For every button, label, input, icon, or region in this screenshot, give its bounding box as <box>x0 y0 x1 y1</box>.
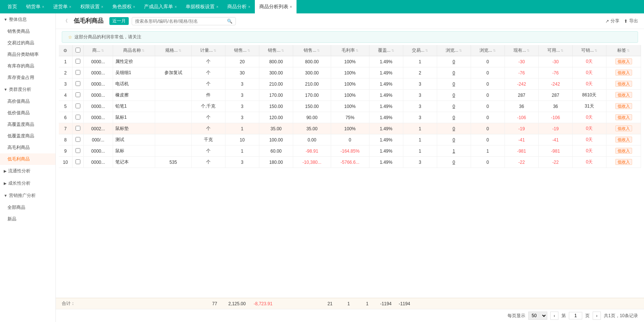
row-check-3[interactable] <box>72 90 83 101</box>
row-checkbox-8[interactable] <box>76 148 80 153</box>
sidebar-item-low-margin[interactable]: 低毛利商品 <box>0 153 55 165</box>
row-checkbox-4[interactable] <box>76 103 80 108</box>
sidebar-group-circulation[interactable]: ▶ 流通性分析 <box>0 165 55 177</box>
row-view2-4: 0 <box>471 101 504 112</box>
row-checkbox-2[interactable] <box>76 81 80 86</box>
sidebar-item-low-value[interactable]: 低价值商品 <box>0 107 55 119</box>
per-page-select[interactable]: 20 50 100 <box>528 312 547 320</box>
row-view1-4[interactable]: 0 <box>437 101 471 112</box>
row-checkbox-7[interactable] <box>76 137 80 142</box>
nav-template-settings[interactable]: 单据模板设置× <box>181 0 223 13</box>
row-current-stock-1: -76 <box>504 67 538 79</box>
row-checkbox-9[interactable] <box>76 159 80 164</box>
row-checkbox-1[interactable] <box>76 70 80 75</box>
row-tag-7: 低收入 <box>606 134 641 146</box>
col-spec[interactable]: 规格...⇅ <box>155 45 191 56</box>
row-view1-3[interactable]: 0 <box>437 90 471 101</box>
col-settings[interactable]: ⚙ <box>59 45 72 56</box>
row-tag-0: 低收入 <box>606 56 641 67</box>
row-checkbox-5[interactable] <box>76 115 80 119</box>
row-view1-8[interactable]: 1 <box>437 146 471 157</box>
col-unit[interactable]: 计量...⇅ <box>191 45 225 56</box>
row-no-0: 1 <box>59 56 72 67</box>
col-coverage[interactable]: 覆盖...⇅ <box>369 45 403 56</box>
sidebar-group-growth[interactable]: ▶ 成长性分析 <box>0 177 55 189</box>
col-name[interactable]: 商品名称⇅ <box>113 45 155 56</box>
row-checkbox-6[interactable] <box>76 126 80 131</box>
footer-sales-profit: -8,723.91 <box>250 301 276 306</box>
sidebar-group-overall[interactable]: ▼ 整体信息 <box>0 13 55 26</box>
nav-sales-order[interactable]: 销货单× <box>22 0 49 13</box>
content-area: 《 低毛利商品 近一月 🔍 ↗ 分享 ⬆ 导出 ☆ 这部分商品的利润非常低， <box>56 13 644 322</box>
row-view1-2[interactable]: 0 <box>437 79 471 90</box>
row-view1-5[interactable]: 0 <box>437 112 471 123</box>
prev-page-button[interactable]: ‹ <box>550 312 558 320</box>
row-check-6[interactable] <box>72 123 83 134</box>
row-check-2[interactable] <box>72 79 83 90</box>
select-all-checkbox[interactable] <box>76 48 80 52</box>
row-check-8[interactable] <box>72 146 83 157</box>
search-box[interactable]: 🔍 <box>132 17 236 25</box>
row-no-4: 5 <box>59 101 72 112</box>
row-check-5[interactable] <box>72 112 83 123</box>
row-view1-9[interactable]: 0 <box>437 157 471 168</box>
sidebar-item-sales-products[interactable]: 销售类商品 <box>0 26 55 37</box>
nav-purchase-order[interactable]: 进货单× <box>49 0 76 13</box>
sidebar-item-category-rate[interactable]: 商品分类助销率 <box>0 49 55 60</box>
col-trade-count[interactable]: 交易...⇅ <box>403 45 437 56</box>
sidebar-item-all-products[interactable]: 全部商品 <box>0 202 55 213</box>
row-view1-7[interactable]: 0 <box>437 134 471 146</box>
sidebar-group-marketing[interactable]: ▼ 营销推广分析 <box>0 189 55 202</box>
col-gross-margin[interactable]: 毛利率⇅ <box>331 45 369 56</box>
collapse-sidebar-button[interactable]: 《 <box>62 16 69 26</box>
col-sellable-days[interactable]: 可销...⇅ <box>573 45 606 56</box>
sidebar-item-new-products[interactable]: 新品 <box>0 213 55 225</box>
row-sales-amt-7: 100.00 <box>259 134 293 146</box>
nav-product-inbound[interactable]: 产成品入库单× <box>140 0 181 13</box>
sidebar-item-low-coverage[interactable]: 低覆盖度商品 <box>0 130 55 142</box>
col-sales-qty[interactable]: 销售...⇅ <box>225 45 259 56</box>
nav-role-auth[interactable]: 角色授权× <box>108 0 140 13</box>
col-view1[interactable]: 浏览...⇅ <box>437 45 471 56</box>
row-coverage-0: 1.49% <box>369 56 403 67</box>
row-unit-6: 个 <box>191 123 225 134</box>
col-available-stock[interactable]: 可用...⇅ <box>539 45 573 56</box>
row-check-0[interactable] <box>72 56 83 67</box>
row-check-1[interactable] <box>72 67 83 79</box>
sidebar-group-cluster[interactable]: ▼ 类群度分析 <box>0 83 55 96</box>
search-icon[interactable]: 🔍 <box>227 19 233 24</box>
col-sales-profit[interactable]: 销售...⇅ <box>293 45 331 56</box>
page-number-input[interactable] <box>569 312 582 319</box>
row-sales-amt-5: 120.00 <box>259 112 293 123</box>
row-name-4: 铅笔1 <box>113 101 155 112</box>
sidebar-item-capital[interactable]: 库存资金占用 <box>0 72 55 83</box>
share-button[interactable]: ↗ 分享 <box>605 18 619 24</box>
sidebar-item-high-margin[interactable]: 高毛利商品 <box>0 142 55 153</box>
sidebar-item-high-value[interactable]: 高价值商品 <box>0 96 55 107</box>
header-actions: ↗ 分享 ⬆ 导出 <box>605 18 638 24</box>
next-page-button[interactable]: › <box>593 312 601 320</box>
search-input[interactable] <box>135 19 227 24</box>
row-check-9[interactable] <box>72 157 83 168</box>
col-current-stock[interactable]: 现有...⇅ <box>504 45 538 56</box>
col-tag[interactable]: 标签⇅ <box>606 45 641 56</box>
row-view1-1[interactable]: 0 <box>437 67 471 79</box>
row-view1-6[interactable]: 0 <box>437 123 471 134</box>
sidebar-item-in-stock[interactable]: 有库存的商品 <box>0 60 55 72</box>
row-checkbox-3[interactable] <box>76 92 80 97</box>
sidebar-item-high-coverage[interactable]: 高覆盖度商品 <box>0 119 55 130</box>
nav-home[interactable]: 首页 <box>3 0 22 13</box>
export-button[interactable]: ⬆ 导出 <box>624 18 638 24</box>
row-check-4[interactable] <box>72 101 83 112</box>
row-checkbox-0[interactable] <box>76 59 80 64</box>
nav-permission-settings[interactable]: 权限设置× <box>76 0 108 13</box>
nav-product-analysis[interactable]: 商品分析× <box>223 0 255 13</box>
col-code[interactable]: 商...⇅ <box>83 45 113 56</box>
nav-product-analysis-list[interactable]: 商品分析列表× <box>255 0 297 13</box>
row-check-7[interactable] <box>72 134 83 146</box>
row-view1-0[interactable]: 0 <box>437 56 471 67</box>
time-filter-button[interactable]: 近一月 <box>109 17 129 25</box>
col-sales-amt[interactable]: 销售...⇅ <box>259 45 293 56</box>
sidebar-item-traded-products[interactable]: 交易过的商品 <box>0 37 55 49</box>
col-view2[interactable]: 浏览...⇅ <box>471 45 504 56</box>
